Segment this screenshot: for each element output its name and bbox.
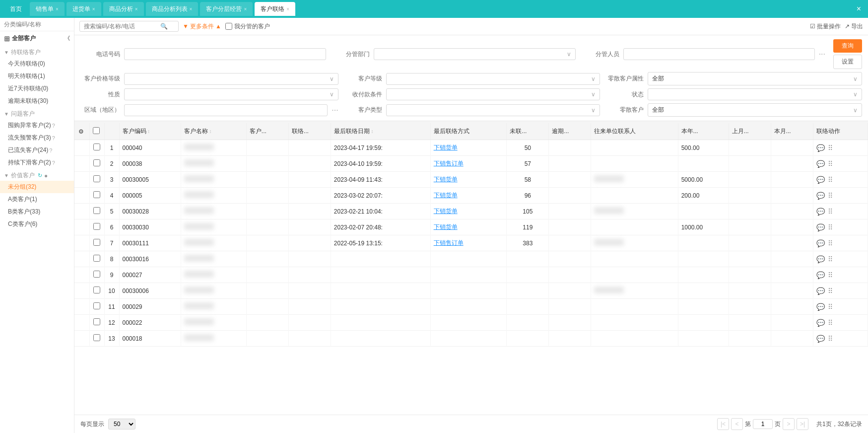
batch-ops-btn[interactable]: ☑ 批量操作 <box>810 22 841 31</box>
td-last-method[interactable]: 下销货单 <box>430 204 507 219</box>
next-page-btn[interactable]: > <box>783 418 795 430</box>
apps-icon[interactable]: ⠿ <box>828 271 833 279</box>
sidebar-item-declining[interactable]: 持续下滑客户(2) ? <box>0 156 74 169</box>
td-checkbox[interactable] <box>89 140 104 156</box>
apps-icon[interactable]: ⠿ <box>828 223 833 231</box>
td-checkbox[interactable] <box>89 331 104 347</box>
filter-select-nature[interactable]: ∨ <box>124 88 338 100</box>
apps-icon[interactable]: ⠿ <box>828 192 833 200</box>
row-checkbox[interactable] <box>93 175 100 182</box>
col-checkbox[interactable] <box>89 123 104 140</box>
col-code[interactable]: 客户编码 <box>119 123 181 140</box>
apps-icon[interactable]: ⠿ <box>828 319 833 327</box>
close-all-button[interactable]: × <box>854 4 864 13</box>
reset-button[interactable]: 设置 <box>833 55 862 69</box>
td-last-method[interactable]: 下销售订单 <box>430 156 507 172</box>
sidebar-item-abnormal[interactable]: 囤购异常客户(2) ? <box>0 119 74 132</box>
message-icon[interactable]: 💬 <box>816 223 825 231</box>
td-checkbox[interactable] <box>89 251 104 267</box>
page-number-input[interactable] <box>753 419 773 429</box>
apps-icon[interactable]: ⠿ <box>828 255 833 263</box>
td-last-method[interactable] <box>430 251 507 267</box>
td-checkbox[interactable] <box>89 172 104 188</box>
filter-select-payment[interactable]: ∨ <box>386 88 601 100</box>
message-icon[interactable]: 💬 <box>816 176 825 184</box>
filter-select-scatter-customer[interactable]: 全部 ∨ <box>648 103 862 117</box>
filter-input-region[interactable] <box>124 104 328 116</box>
last-page-btn[interactable]: >| <box>797 418 808 430</box>
apps-icon[interactable]: ⠿ <box>828 287 833 295</box>
contact-method-link[interactable]: 下销货单 <box>434 192 458 199</box>
row-checkbox[interactable] <box>93 271 100 278</box>
search-box[interactable]: 🔍 <box>79 21 179 32</box>
message-icon[interactable]: 💬 <box>816 287 825 295</box>
sidebar-item-today[interactable]: 今天待联络(0) <box>0 58 74 70</box>
apps-icon[interactable]: ⠿ <box>828 176 833 184</box>
message-icon[interactable]: 💬 <box>816 144 825 152</box>
col-last-date[interactable]: 最后联络日期 <box>331 123 430 140</box>
col-settings[interactable]: ⚙ <box>74 123 89 140</box>
group-pending-contact[interactable]: ▼ 待联络客户 <box>0 46 74 58</box>
filter-input-phone[interactable] <box>124 48 326 60</box>
row-checkbox[interactable] <box>93 255 100 262</box>
td-last-method[interactable] <box>430 299 507 315</box>
row-checkbox[interactable] <box>93 318 100 325</box>
td-last-method[interactable] <box>430 315 507 331</box>
contact-method-link[interactable]: 下销货单 <box>434 223 458 230</box>
nav-tab-sales[interactable]: 销售单 × <box>30 2 65 16</box>
row-checkbox[interactable] <box>93 207 100 214</box>
nav-tab-customer-contact-close[interactable]: × <box>286 6 289 12</box>
nav-tab-home[interactable]: 首页 <box>4 2 28 16</box>
sidebar-item-overdue[interactable]: 逾期未联络(30) <box>0 95 74 107</box>
apps-icon[interactable]: ⠿ <box>828 160 833 168</box>
td-checkbox[interactable] <box>89 219 104 235</box>
td-checkbox[interactable] <box>89 235 104 251</box>
filter-select-customer-grade[interactable]: ∨ <box>386 73 601 85</box>
contact-method-link[interactable]: 下销货单 <box>434 208 458 215</box>
row-checkbox[interactable] <box>93 159 100 166</box>
row-checkbox[interactable] <box>93 302 100 309</box>
contact-method-link[interactable]: 下销售订单 <box>434 239 464 246</box>
apps-icon[interactable]: ⠿ <box>828 239 833 247</box>
prev-page-btn[interactable]: < <box>731 418 743 430</box>
sidebar-item-class-c[interactable]: C类客户(6) <box>0 218 74 230</box>
sidebar-item-churned[interactable]: 已流失客户(24) ? <box>0 144 74 156</box>
first-page-btn[interactable]: |< <box>717 418 729 430</box>
page-size-select[interactable]: 50 100 <box>108 419 135 430</box>
search-input[interactable] <box>84 23 158 30</box>
sidebar-item-class-b[interactable]: B类客户(33) <box>0 206 74 218</box>
row-checkbox[interactable] <box>93 239 100 246</box>
my-customers-cb[interactable] <box>225 23 232 30</box>
more-conditions-btn[interactable]: ▼ 更多条件 ▲ <box>183 22 221 31</box>
export-btn[interactable]: ↗ 导出 <box>845 22 863 31</box>
group-problem-customer[interactable]: ▼ 问题客户 <box>0 107 74 119</box>
settings-icon[interactable]: ⚙ <box>78 128 84 135</box>
nav-tab-product-analysis-list-close[interactable]: × <box>190 6 193 12</box>
nav-tab-customer-contact[interactable]: 客户联络 × <box>255 2 295 16</box>
td-checkbox[interactable] <box>89 267 104 283</box>
sidebar-item-tomorrow[interactable]: 明天待联络(1) <box>0 70 74 82</box>
message-icon[interactable]: 💬 <box>816 239 825 247</box>
nav-tab-customer-segment-close[interactable]: × <box>244 6 247 12</box>
sidebar-item-7days[interactable]: 近7天待联络(0) <box>0 82 74 95</box>
nav-tab-product-analysis-list[interactable]: 商品分析列表 × <box>146 2 199 16</box>
apps-icon[interactable]: ⠿ <box>828 335 833 343</box>
td-last-method[interactable] <box>430 331 507 347</box>
td-checkbox[interactable] <box>89 188 104 204</box>
sidebar-item-churn-warning[interactable]: 流失预警客户(3) ? <box>0 132 74 144</box>
row-checkbox[interactable] <box>93 287 100 293</box>
select-all-checkbox[interactable] <box>93 127 100 134</box>
contact-method-link[interactable]: 下销售订单 <box>434 160 464 167</box>
td-last-method[interactable]: 下销货单 <box>430 140 507 156</box>
td-last-method[interactable] <box>430 267 507 283</box>
message-icon[interactable]: 💬 <box>816 255 825 263</box>
contact-method-link[interactable]: 下销货单 <box>434 176 458 183</box>
manager-dots-icon[interactable]: ··· <box>819 50 825 59</box>
filter-select-customer-type[interactable]: ∨ <box>386 104 601 116</box>
message-icon[interactable]: 💬 <box>816 208 825 216</box>
message-icon[interactable]: 💬 <box>816 335 825 343</box>
td-last-method[interactable]: 下销售订单 <box>430 235 507 251</box>
message-icon[interactable]: 💬 <box>816 319 825 327</box>
nav-tab-purchase[interactable]: 进货单 × <box>67 2 101 16</box>
nav-tab-customer-segment[interactable]: 客户分层经营 × <box>200 2 253 16</box>
